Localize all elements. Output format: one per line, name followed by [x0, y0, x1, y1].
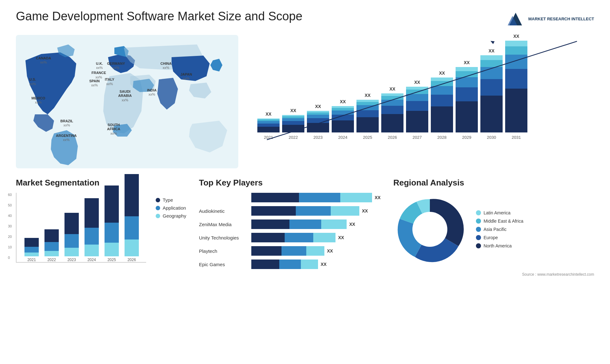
label-north-america: North America — [484, 243, 512, 248]
swatch-latin-america — [476, 210, 481, 215]
legend-north-america: North America — [476, 243, 523, 248]
bar-chart: XX 2021 XX — [254, 35, 594, 149]
swatch-north-america — [476, 243, 481, 248]
svg-point-5 — [412, 212, 447, 247]
map-label-japan: JAPANxx% — [180, 72, 192, 81]
bottom-section: Market Segmentation 60 50 40 30 20 10 0 — [16, 178, 594, 277]
segmentation-section: Market Segmentation 60 50 40 30 20 10 0 — [16, 178, 186, 277]
seg-application-label: Application — [163, 205, 186, 211]
player-name-playtech: Playtech — [199, 248, 248, 254]
players-section: Top Key Players XX Audiokinetic — [199, 178, 381, 277]
geography-dot — [156, 214, 160, 218]
map-label-saudi: SAUDIARABIAxx% — [118, 90, 132, 102]
player-unity: Unity Technologies XX — [199, 233, 381, 242]
seg-type-label: Type — [163, 197, 173, 203]
seg-legend: Type Application Geography — [156, 197, 186, 219]
seg-legend-type: Type — [156, 197, 186, 203]
legend-asia-pacific: Asia Pacific — [476, 227, 523, 232]
player-name-audiokinetic: Audiokinetic — [199, 208, 248, 214]
map-label-argentina: ARGENTINAxx% — [56, 134, 77, 142]
map-label-uk: U.K.xx% — [96, 62, 103, 70]
application-dot — [156, 206, 160, 210]
map-label-us: U.S.xx% — [29, 78, 36, 86]
map-label-spain: SPAINxx% — [89, 79, 100, 87]
bar-2025: XX 2025 — [356, 93, 379, 140]
bar-2027: XX 2027 — [406, 80, 428, 140]
legend-latin-america: Latin America — [476, 210, 523, 215]
players-title: Top Key Players — [199, 178, 381, 188]
seg-legend-application: Application — [156, 205, 186, 211]
bar-chart-section: XX 2021 XX — [251, 35, 594, 168]
map-label-canada: CANADAxx% — [36, 56, 51, 64]
type-dot — [156, 198, 160, 202]
bar-2023: XX 2023 — [307, 104, 329, 140]
map-label-brazil: BRAZILxx% — [60, 119, 73, 127]
map-label-india: INDIAxx% — [147, 88, 157, 97]
donut-svg — [393, 193, 466, 266]
legend-europe: Europe — [476, 235, 523, 240]
map-label-italy: ITALYxx% — [105, 78, 114, 86]
seg-bar-2024: 2024 — [83, 198, 100, 262]
swatch-asia-pacific — [476, 227, 481, 232]
players-list: XX Audiokinetic XX ZeniMax Media — [199, 193, 381, 269]
regional-content: Latin America Middle East & Africa Asia … — [393, 193, 594, 266]
player-row-1: XX — [199, 193, 381, 202]
bar-2021: XX 2021 — [257, 111, 280, 140]
bar-2026: XX 2026 — [381, 86, 403, 140]
page-title: Game Development Software Market Size an… — [16, 10, 302, 23]
donut-chart — [393, 193, 466, 266]
seg-bar-2025: 2025 — [103, 185, 120, 262]
player-name-zenimax: ZeniMax Media — [199, 222, 248, 227]
regional-section: Regional Analysis — [393, 178, 594, 277]
label-asia-pacific: Asia Pacific — [484, 227, 506, 232]
regional-title: Regional Analysis — [393, 178, 594, 188]
seg-bar-2022: 2022 — [43, 229, 60, 262]
seg-chart: 2021 2022 — [16, 193, 146, 263]
label-latin-america: Latin America — [484, 210, 511, 215]
segmentation-title: Market Segmentation — [16, 178, 186, 188]
label-middle-east: Middle East & Africa — [484, 219, 523, 224]
bar-2024: XX 2024 — [332, 99, 354, 140]
map-label-germany: GERMANYxx% — [107, 62, 125, 70]
bar-2031: XX 2031 — [505, 34, 527, 140]
seg-content: 60 50 40 30 20 10 0 — [16, 193, 186, 263]
map-label-mexico: MEXICOxx% — [31, 96, 45, 104]
map-label-southafrica: SOUTHAFRICAxx% — [107, 123, 120, 136]
player-name-epicgames: Epic Games — [199, 262, 248, 267]
logo-text: MARKET RESEARCH INTELLECT — [528, 17, 594, 22]
map-section: CANADAxx% U.S.xx% MEXICOxx% BRAZILxx% AR… — [16, 35, 238, 168]
legend-middle-east: Middle East & Africa — [476, 219, 523, 224]
swatch-middle-east — [476, 219, 481, 224]
logo-icon — [506, 10, 525, 29]
seg-bar-2021: 2021 — [23, 238, 40, 262]
map-label-france: FRANCExx% — [92, 71, 106, 79]
regional-legend: Latin America Middle East & Africa Asia … — [476, 210, 523, 248]
bar-2030: XX 2030 — [480, 48, 503, 140]
seg-bar-2026: 2026 — [123, 174, 140, 262]
bar-2022: XX 2022 — [282, 108, 304, 140]
world-map: CANADAxx% U.S.xx% MEXICOxx% BRAZILxx% AR… — [16, 35, 238, 168]
top-section: CANADAxx% U.S.xx% MEXICOxx% BRAZILxx% AR… — [16, 35, 594, 168]
source-text: Source : www.marketresearchintellect.com — [393, 272, 594, 277]
logo-area: MARKET RESEARCH INTELLECT — [506, 10, 594, 29]
seg-chart-container: 60 50 40 30 20 10 0 — [16, 193, 146, 263]
page-header: Game Development Software Market Size an… — [16, 10, 594, 29]
seg-y-axis: 60 50 40 30 20 10 0 — [8, 193, 12, 260]
label-europe: Europe — [484, 235, 498, 240]
player-name-unity: Unity Technologies — [199, 235, 248, 240]
player-zenimax: ZeniMax Media XX — [199, 219, 381, 229]
player-epicgames: Epic Games XX — [199, 260, 381, 269]
player-playtech: Playtech XX — [199, 246, 381, 256]
seg-geography-label: Geography — [163, 213, 186, 219]
bar-2029: XX 2029 — [456, 60, 478, 140]
seg-legend-geography: Geography — [156, 213, 186, 219]
map-label-china: CHINAxx% — [160, 62, 172, 70]
bar-2028: XX 2028 — [431, 71, 453, 140]
seg-bar-2023: 2023 — [63, 213, 80, 262]
swatch-europe — [476, 235, 481, 240]
player-audiokinetic: Audiokinetic XX — [199, 206, 381, 216]
